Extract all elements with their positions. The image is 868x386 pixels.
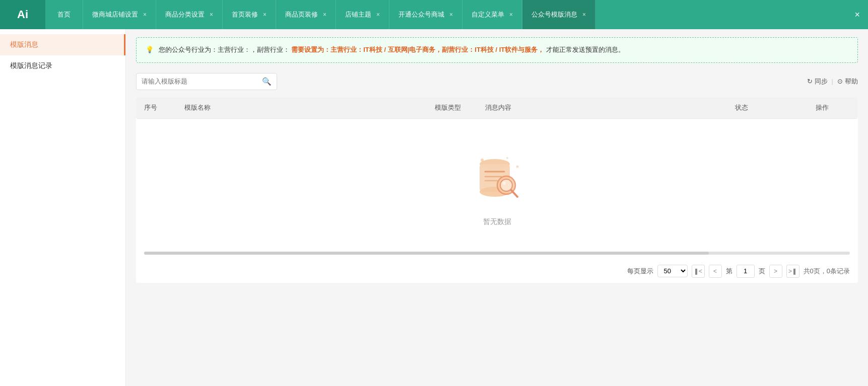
- svg-point-9: [503, 182, 506, 185]
- pagination: 每页显示 102050100 ❚< < 第 页 > >❚ 共0页，0条记录: [136, 260, 858, 283]
- search-bar: 🔍 ↻ 同步 | ⊙ 帮助: [136, 73, 858, 90]
- col-header-content: 消息内容: [477, 97, 727, 119]
- col-header-name: 模版名称: [176, 97, 427, 119]
- nav-tab-custom-menu[interactable]: 自定义菜单×: [462, 0, 522, 29]
- sidebar: 模版消息模版消息记录: [0, 29, 126, 386]
- page-size-select[interactable]: 102050100: [657, 265, 688, 277]
- nav-tab-label-home: 首页: [57, 10, 71, 19]
- nav-tab-template-msg[interactable]: 公众号模版消息×: [522, 0, 595, 29]
- scrollbar-row: [136, 247, 858, 260]
- svg-point-12: [516, 165, 518, 168]
- empty-illustration: [467, 149, 527, 209]
- alert-highlight: 需要设置为：主营行业：IT科技 / 互联网|电子商务，副营行业：IT科技 / I…: [291, 46, 544, 53]
- nav-tab-category-settings[interactable]: 商品分类设置×: [156, 0, 223, 29]
- nav-tab-label-open-mall: 开通公众号商城: [398, 10, 444, 19]
- divider: |: [832, 78, 833, 85]
- svg-point-10: [481, 159, 484, 162]
- scrollbar-thumb: [144, 252, 709, 255]
- nav-tab-shop-theme[interactable]: 店铺主题×: [336, 0, 389, 29]
- content-area: 💡 您的公众号行业为：主营行业：，副营行业： 需要设置为：主营行业：IT科技 /…: [126, 29, 868, 386]
- page-input[interactable]: [737, 265, 755, 278]
- page-total: 共0页，0条记录: [804, 267, 850, 276]
- empty-state: 暂无数据: [136, 119, 858, 247]
- nav-tab-close-custom-menu[interactable]: ×: [509, 11, 513, 18]
- svg-point-11: [506, 157, 508, 159]
- nav-tabs: 首页微商城店铺设置×商品分类设置×首页装修×商品页装修×店铺主题×开通公众号商城…: [45, 0, 846, 29]
- nav-tab-home[interactable]: 首页: [45, 0, 83, 29]
- col-header-action: 操作: [808, 97, 858, 119]
- sync-button[interactable]: ↻ 同步: [807, 77, 828, 86]
- col-header-status: 状态: [727, 97, 808, 119]
- alert-box: 💡 您的公众号行业为：主营行业：，副营行业： 需要设置为：主营行业：IT科技 /…: [136, 37, 858, 63]
- next-page-button[interactable]: >: [769, 265, 782, 278]
- close-all-button[interactable]: ×: [846, 0, 868, 29]
- search-icon[interactable]: 🔍: [262, 77, 272, 86]
- nav-tab-close-open-mall[interactable]: ×: [449, 11, 453, 18]
- search-input[interactable]: [142, 78, 262, 85]
- col-header-type: 模版类型: [427, 97, 477, 119]
- sidebar-item-template-record[interactable]: 模版消息记录: [0, 55, 125, 76]
- first-page-button[interactable]: ❚<: [692, 265, 705, 278]
- svg-point-7: [500, 179, 512, 191]
- nav-tab-label-template-msg: 公众号模版消息: [531, 10, 577, 19]
- sync-icon: ↻: [807, 78, 813, 85]
- nav-tab-shop-settings[interactable]: 微商城店铺设置×: [83, 0, 156, 29]
- table-header-row: 序号模版名称模版类型消息内容状态操作: [136, 97, 858, 119]
- prev-page-button[interactable]: <: [709, 265, 722, 278]
- top-nav: Ai 首页微商城店铺设置×商品分类设置×首页装修×商品页装修×店铺主题×开通公众…: [0, 0, 868, 29]
- logo: Ai: [0, 0, 45, 29]
- nav-tab-label-product-decor: 商品页装修: [285, 10, 318, 19]
- empty-text: 暂无数据: [136, 217, 858, 226]
- nav-tab-label-category-settings: 商品分类设置: [165, 10, 205, 19]
- last-page-button[interactable]: >❚: [786, 265, 799, 278]
- alert-icon: 💡: [146, 46, 154, 53]
- nav-tab-label-home-decor: 首页装修: [232, 10, 258, 19]
- nav-tab-product-decor[interactable]: 商品页装修×: [276, 0, 336, 29]
- page-unit: 页: [759, 267, 765, 276]
- data-table: 序号模版名称模版类型消息内容状态操作: [136, 97, 858, 119]
- sidebar-item-template[interactable]: 模版消息: [0, 34, 125, 55]
- search-input-wrap: 🔍: [136, 73, 277, 90]
- table-container: 序号模版名称模版类型消息内容状态操作: [136, 97, 858, 283]
- sync-label: 同步: [815, 77, 828, 86]
- nav-tab-home-decor[interactable]: 首页装修×: [223, 0, 276, 29]
- nav-tab-close-shop-settings[interactable]: ×: [143, 11, 147, 18]
- col-header-index: 序号: [136, 97, 176, 119]
- page-size-label: 每页显示: [627, 267, 653, 276]
- nav-tab-label-shop-theme: 店铺主题: [345, 10, 371, 19]
- nav-tab-open-mall[interactable]: 开通公众号商城×: [389, 0, 462, 29]
- help-icon: ⊙: [837, 78, 843, 85]
- svg-line-8: [511, 190, 517, 197]
- page-label: 第: [726, 267, 732, 276]
- nav-tab-close-template-msg[interactable]: ×: [582, 11, 586, 18]
- main-layout: 模版消息模版消息记录 💡 您的公众号行业为：主营行业：，副营行业： 需要设置为：…: [0, 29, 868, 386]
- nav-tab-close-home-decor[interactable]: ×: [263, 11, 266, 18]
- nav-tab-label-custom-menu: 自定义菜单: [472, 10, 504, 19]
- nav-tab-close-product-decor[interactable]: ×: [323, 11, 326, 18]
- help-label: 帮助: [845, 77, 858, 86]
- help-button[interactable]: ⊙ 帮助: [837, 77, 858, 86]
- nav-tab-close-shop-theme[interactable]: ×: [376, 11, 380, 18]
- nav-tab-close-category-settings[interactable]: ×: [210, 11, 213, 18]
- nav-tab-label-shop-settings: 微商城店铺设置: [92, 10, 138, 19]
- search-actions: ↻ 同步 | ⊙ 帮助: [807, 77, 858, 86]
- scrollbar-track[interactable]: [144, 252, 850, 255]
- alert-prefix: 您的公众号行业为：主营行业：，副营行业：: [159, 46, 290, 53]
- alert-suffix: 才能正常发送预置的消息。: [546, 46, 625, 53]
